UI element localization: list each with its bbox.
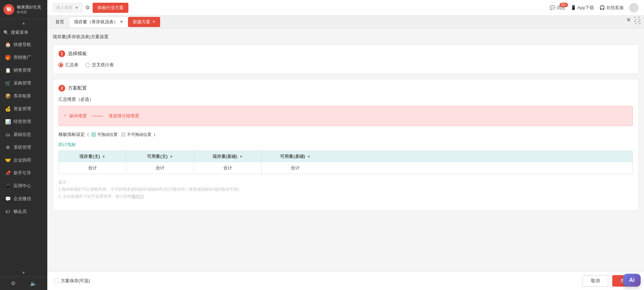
sidebar-item-label: 系统管理 bbox=[14, 144, 31, 150]
stats-col-label-1: 现存量(主) bbox=[79, 153, 100, 160]
sidebar-item-label: 企业微信 bbox=[14, 196, 31, 202]
tab-home[interactable]: 首页 bbox=[51, 17, 69, 27]
legend-drag-box: 可拖动位置 bbox=[91, 132, 118, 138]
app-version: 标准版 bbox=[17, 10, 41, 15]
home-icon: 🏠 bbox=[5, 42, 11, 48]
topbar-dropdown-icon[interactable]: ▼ bbox=[75, 5, 79, 10]
section2-header: 2 方案配置 bbox=[58, 85, 633, 92]
sidebar-item-contract[interactable]: 🤝 企业协同 bbox=[0, 154, 47, 167]
tab-inventory-close[interactable]: ✕ bbox=[120, 20, 123, 24]
app-logo: 畅 畅康通好生意 标准版 bbox=[0, 0, 47, 19]
sidebar-item-label: 应用中心 bbox=[14, 183, 31, 189]
tab-inventory[interactable]: 现存量（库存状况表） ✕ bbox=[69, 17, 128, 27]
messages-button[interactable]: 💬 消息 99+ bbox=[550, 5, 565, 11]
radio-cross-button[interactable] bbox=[85, 63, 90, 67]
save-checkbox[interactable] bbox=[54, 279, 59, 283]
stats-col-body-1: 合计 bbox=[59, 162, 126, 174]
sidebar-item-operations[interactable]: 📊 经营管理 bbox=[0, 115, 47, 128]
bottom-bar: 方案保存(可选) 取消 查询 bbox=[47, 271, 644, 290]
stats-col-3-dropdown[interactable]: ▼ bbox=[239, 155, 243, 159]
indicators-header-end: ） bbox=[153, 131, 158, 138]
radio-cross[interactable]: 交叉统计表 bbox=[85, 62, 114, 68]
sidebar-item-finance[interactable]: 💰 资金管理 bbox=[0, 102, 47, 115]
dim-placeholder[interactable]: 请选择分组维度 bbox=[108, 113, 139, 119]
main-wrapper: 输入搜索 ▼ ⚙ 体验行业方案 💬 消息 99+ 📱 App下载 🎧 在线客服 bbox=[47, 0, 644, 290]
sidebar-item-label: 基础信息 bbox=[14, 131, 31, 138]
stats-col-1-dropdown[interactable]: ▼ bbox=[102, 155, 105, 159]
tab-new-plan-close[interactable]: ✕ bbox=[152, 20, 155, 24]
tips-title: 提示： bbox=[58, 179, 633, 185]
stats-col-header-2: 可用量(主) ▼ bbox=[126, 151, 194, 162]
radio-cross-label: 交叉统计表 bbox=[92, 62, 114, 68]
app-download-button[interactable]: 📱 App下载 bbox=[571, 5, 594, 11]
sidebar-item-label: 畅会员 bbox=[14, 209, 27, 215]
dimension-selection-area[interactable]: * 纵向维度 —— 请选择分组维度 bbox=[58, 106, 633, 126]
radio-summary-button[interactable] bbox=[58, 63, 63, 67]
settings-bottom-icon[interactable]: ⚙ bbox=[11, 280, 16, 287]
page-content: 现存量(库存状况表)方案设置 1 选择模板 汇总表 交叉统计表 bbox=[47, 28, 644, 271]
tips-item-2: 2. 点击标题栏下拉可设置排序、插入列和删除列 bbox=[58, 194, 633, 199]
indicators-header-row: 模板指标设定（ 可拖动位置 不可拖动位置 ） bbox=[58, 131, 633, 138]
tab-new-plan[interactable]: 新建方案 ✕ bbox=[128, 17, 160, 27]
sidebar-item-inventory[interactable]: 📦 库存核算 bbox=[0, 90, 47, 102]
save-label: 方案保存(可选) bbox=[61, 278, 90, 284]
online-service-button[interactable]: 🎧 在线客服 bbox=[599, 5, 624, 11]
sidebar-item-purchase[interactable]: 🛒 采购管理 bbox=[0, 77, 47, 90]
summary-dim-label: 汇总维度（必选） bbox=[58, 96, 633, 102]
user-avatar-area[interactable] bbox=[629, 3, 639, 13]
modal-controls: ✕ ⛶ bbox=[626, 16, 640, 24]
sidebar-item-label: 经营管理 bbox=[14, 119, 31, 125]
sidebar-item-quick-nav[interactable]: 🏠 快捷导航 bbox=[0, 38, 47, 51]
sidebar-scroll-up[interactable]: ▲ bbox=[0, 19, 47, 27]
sidebar-item-marketing[interactable]: 🎁 营销推广 bbox=[0, 51, 47, 64]
sales-icon: 📋 bbox=[5, 67, 11, 73]
search-menu[interactable]: 🔍 搜索菜单 bbox=[0, 27, 47, 38]
search-label: 搜索菜单 bbox=[11, 29, 28, 35]
contract-icon: 🤝 bbox=[5, 157, 11, 163]
sidebar-item-label: 快捷导航 bbox=[14, 42, 31, 48]
radio-summary[interactable]: 汇总表 bbox=[58, 62, 78, 68]
sidebar-item-label: 销售管理 bbox=[14, 67, 31, 73]
avatar bbox=[629, 3, 639, 13]
purchase-icon: 🛒 bbox=[5, 80, 11, 86]
ai-label: Ai bbox=[629, 277, 635, 283]
stats-table: 现存量(主) ▼ 可用量(主) ▼ 现存量(基辅) ▼ 可用量(基辅) ▼ bbox=[58, 150, 633, 174]
tab-home-label: 首页 bbox=[55, 19, 64, 25]
stats-col-4-dropdown[interactable]: ▼ bbox=[307, 155, 311, 159]
cancel-button[interactable]: 取消 bbox=[583, 275, 608, 287]
topbar-search-area: 输入搜索 ▼ bbox=[53, 3, 82, 12]
close-icon[interactable]: ✕ bbox=[626, 16, 631, 24]
sidebar-scroll-down[interactable]: ▼ bbox=[0, 269, 47, 276]
operations-icon: 📊 bbox=[5, 119, 11, 125]
sidebar-item-apps[interactable]: 📱 应用中心 bbox=[0, 179, 47, 192]
stats-table-body: 合计 合计 合计 合计 bbox=[59, 162, 633, 174]
inventory-icon: 📦 bbox=[5, 93, 11, 99]
section1-title: 选择模板 bbox=[68, 51, 87, 57]
stats-col-2-dropdown[interactable]: ▼ bbox=[170, 155, 173, 159]
logo-icon: 畅 bbox=[3, 4, 14, 15]
volume-icon[interactable]: 🔈 bbox=[30, 280, 37, 287]
sidebar-item-label: 企业协同 bbox=[14, 157, 31, 163]
sidebar-item-system[interactable]: ⚙ 系统管理 bbox=[0, 141, 47, 154]
tab-new-plan-label: 新建方案 bbox=[133, 19, 150, 25]
sidebar-item-member[interactable]: 🏷 畅会员 bbox=[0, 205, 47, 218]
app-name: 畅康通好生意 bbox=[17, 4, 41, 10]
gift-icon: 🎁 bbox=[5, 54, 11, 61]
sidebar-item-basic[interactable]: 🗂 基础信息 bbox=[0, 128, 47, 141]
expand-icon[interactable]: ⛶ bbox=[634, 16, 640, 24]
sidebar-item-guide[interactable]: 📌 新手引导 bbox=[0, 167, 47, 179]
stats-col-label-2: 可用量(主) bbox=[147, 153, 168, 160]
headset-icon: 🎧 bbox=[599, 5, 605, 10]
section-choose-template: 1 选择模板 汇总表 交叉统计表 bbox=[53, 45, 639, 74]
trial-industry-button[interactable]: 体验行业方案 bbox=[93, 3, 128, 13]
member-icon: 🏷 bbox=[5, 209, 11, 215]
topbar-right: 💬 消息 99+ 📱 App下载 🎧 在线客服 bbox=[550, 3, 639, 13]
ai-float-button[interactable]: Ai bbox=[623, 274, 641, 287]
stats-col-label-4: 可用量(基辅) bbox=[280, 153, 305, 160]
sidebar-item-label: 营销推广 bbox=[14, 54, 31, 61]
topbar-settings-icon[interactable]: ⚙ bbox=[85, 4, 90, 11]
system-icon: ⚙ bbox=[5, 144, 11, 150]
sidebar-item-wechat[interactable]: 💬 企业微信 bbox=[0, 192, 47, 205]
sidebar-item-sales[interactable]: 📋 销售管理 bbox=[0, 64, 47, 77]
indicators-header-text: 模板指标设定（ bbox=[58, 131, 89, 138]
